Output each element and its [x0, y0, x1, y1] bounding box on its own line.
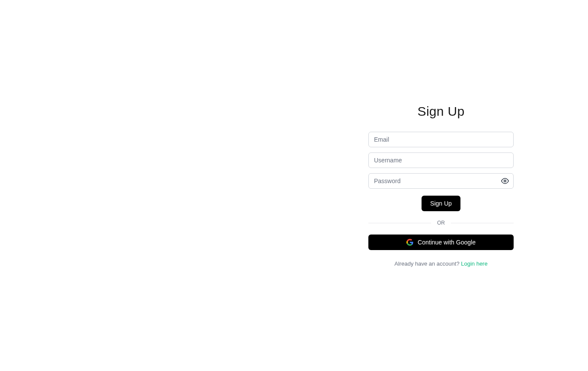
signup-form: Sign Up Sign Up OR: [368, 104, 514, 267]
divider-line-right: [451, 223, 514, 223]
login-link[interactable]: Login here: [461, 260, 487, 267]
signup-button[interactable]: Sign Up: [422, 196, 460, 211]
password-field[interactable]: [368, 173, 514, 189]
toggle-password-visibility[interactable]: [501, 177, 509, 185]
login-prompt-text: Already have an account?: [394, 260, 461, 267]
google-logo-icon: [406, 239, 413, 246]
login-prompt: Already have an account? Login here: [394, 260, 487, 267]
page-title: Sign Up: [418, 104, 465, 119]
right-panel: Sign Up Sign Up OR: [294, 0, 588, 371]
eye-icon: [501, 177, 509, 185]
svg-point-0: [504, 180, 506, 182]
email-field[interactable]: [368, 132, 514, 147]
divider: OR: [368, 220, 514, 226]
google-button-label: Continue with Google: [418, 239, 476, 246]
password-wrapper: [368, 173, 514, 189]
divider-text: OR: [431, 220, 451, 226]
divider-line-left: [368, 223, 431, 223]
left-panel: [0, 0, 294, 371]
continue-with-google-button[interactable]: Continue with Google: [368, 235, 514, 250]
username-field[interactable]: [368, 152, 514, 168]
